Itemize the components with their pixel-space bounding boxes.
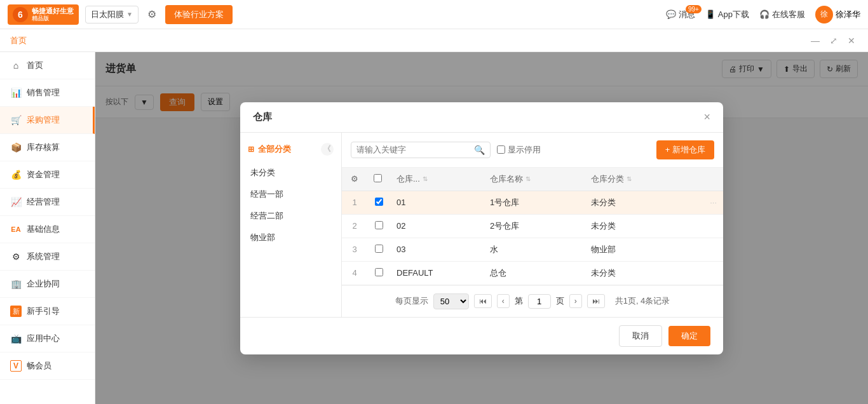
headset-icon: 🎧: [759, 10, 770, 19]
modal-close-button[interactable]: ×: [703, 111, 710, 123]
header-right: 💬 消息 99+ 📱 App下载 🎧 在线客服 徐 徐泽华: [666, 6, 860, 24]
row-number: 1: [342, 191, 367, 214]
name-sort[interactable]: 仓库名称 ⇅: [490, 173, 578, 185]
cancel-button[interactable]: 取消: [619, 325, 662, 347]
sidebar-item-basic[interactable]: EA 基础信息: [0, 216, 95, 243]
sidebar-item-operations[interactable]: 📈 经营管理: [0, 189, 95, 216]
sidebar-item-inventory[interactable]: 📦 库存核算: [0, 134, 95, 161]
page-label: 第: [515, 295, 523, 307]
online-service-item[interactable]: 🎧 在线客服: [759, 9, 805, 20]
th-checkbox[interactable]: [367, 168, 390, 191]
prev-page-button[interactable]: ‹: [497, 294, 510, 308]
user-avatar-area[interactable]: 徐 徐泽华: [815, 6, 860, 24]
add-warehouse-button[interactable]: + 新增仓库: [656, 140, 714, 159]
table-row[interactable]: 3 03 水 物业部: [342, 238, 723, 261]
sidebar-item-system[interactable]: ⚙ 系统管理: [0, 243, 95, 271]
content-area: 进货单 🖨 打印 ▼ ⬆ 导出 ↻ 刷新 按以下 ▼: [95, 52, 868, 404]
maximize-button[interactable]: ⤢: [827, 34, 840, 47]
show-disabled-label[interactable]: 显示停用: [497, 144, 541, 156]
select-all-checkbox[interactable]: [374, 174, 382, 182]
sidebar-item-apps[interactable]: 📺 应用中心: [0, 325, 95, 353]
data-panel: 🔍 显示停用 + 新增仓库: [342, 133, 723, 317]
try-industry-button[interactable]: 体验行业方案: [165, 5, 233, 24]
row-category: 未分类: [585, 191, 686, 214]
minimize-button[interactable]: —: [808, 34, 822, 47]
sidebar-label-member: 畅会员: [27, 360, 51, 372]
sidebar-item-enterprise[interactable]: 🏢 企业协同: [0, 271, 95, 298]
logo-text: 畅捷通好生意 精品版: [32, 7, 74, 22]
row-code: 01: [390, 191, 484, 214]
row-actions[interactable]: ···: [686, 191, 724, 214]
row-checkbox[interactable]: [375, 268, 383, 276]
modal-title: 仓库: [253, 111, 272, 123]
modal-footer: 取消 确定: [240, 317, 723, 354]
row-checkbox-cell[interactable]: [367, 191, 390, 214]
category-item-property[interactable]: 物业部: [240, 227, 341, 248]
per-page-label: 每页显示: [395, 295, 428, 307]
sidebar-item-purchase[interactable]: 🛒 采购管理: [0, 107, 95, 134]
sidebar-item-member[interactable]: V 畅会员: [0, 353, 95, 380]
code-col-label: 仓库...: [397, 173, 420, 185]
confirm-button[interactable]: 确定: [668, 326, 710, 346]
app-download-item[interactable]: 📱 App下载: [705, 9, 749, 20]
message-item[interactable]: 💬 消息 99+: [666, 9, 695, 20]
table-row[interactable]: 1 01 1号仓库 未分类 ···: [342, 191, 723, 214]
sidebar-item-home[interactable]: ⌂ 首页: [0, 52, 95, 79]
row-checkbox[interactable]: [375, 245, 383, 253]
th-name: 仓库名称 ⇅: [484, 168, 585, 191]
search-input[interactable]: [356, 145, 470, 154]
header-settings-icon[interactable]: ⚙: [145, 6, 159, 23]
show-disabled-checkbox[interactable]: [497, 145, 505, 154]
search-box[interactable]: 🔍: [351, 142, 491, 158]
sort-icon-code: ⇅: [423, 175, 428, 182]
row-checkbox[interactable]: [375, 198, 383, 206]
sidebar-label-purchase: 采购管理: [27, 114, 60, 126]
category-item-unclassified[interactable]: 未分类: [240, 162, 341, 184]
sidebar-item-sales[interactable]: 📊 销售管理: [0, 79, 95, 107]
modal-overlay[interactable]: 仓库 × ⊞ 全部分类 《: [95, 52, 868, 404]
collapse-panel-button[interactable]: 《: [321, 143, 334, 156]
row-category: 物业部: [585, 238, 686, 261]
table-row[interactable]: 4 DEFAULT 总仓 未分类: [342, 261, 723, 285]
th-category: 仓库分类 ⇅: [585, 168, 686, 191]
th-code: 仓库... ⇅: [390, 168, 484, 191]
enterprise-icon: 🏢: [10, 278, 22, 290]
warehouse-modal: 仓库 × ⊞ 全部分类 《: [240, 102, 723, 354]
sort-icon-name: ⇅: [526, 175, 531, 182]
category-item-ops2[interactable]: 经营二部: [240, 205, 341, 227]
store-select[interactable]: 日太阳膜 ▼: [85, 6, 139, 24]
row-number: 4: [342, 261, 367, 285]
breadcrumb-home[interactable]: 首页: [10, 35, 27, 46]
operations-icon: 📈: [10, 196, 22, 208]
close-window-button[interactable]: ✕: [845, 34, 858, 47]
row-checkbox-cell[interactable]: [367, 214, 390, 238]
category-sort[interactable]: 仓库分类 ⇅: [591, 173, 679, 185]
row-checkbox-cell[interactable]: [367, 238, 390, 261]
code-sort[interactable]: 仓库... ⇅: [397, 173, 477, 185]
logo-area[interactable]: 6 畅捷通好生意 精品版: [8, 4, 79, 25]
top-header: 6 畅捷通好生意 精品版 日太阳膜 ▼ ⚙ 体验行业方案 💬 消息 99+ 📱 …: [0, 0, 868, 29]
row-actions[interactable]: [686, 238, 724, 261]
sidebar-label-guide: 新手引导: [27, 306, 60, 317]
row-actions[interactable]: [686, 214, 724, 238]
sidebar-item-guide[interactable]: 新 新手引导: [0, 298, 95, 325]
page-number-input[interactable]: [528, 294, 551, 309]
per-page-select[interactable]: 50 100: [433, 293, 469, 309]
first-page-button[interactable]: ⏮: [474, 294, 492, 308]
search-icon[interactable]: 🔍: [474, 145, 485, 155]
category-item-ops1[interactable]: 经营一部: [240, 184, 341, 205]
table-row[interactable]: 2 02 2号仓库 未分类: [342, 214, 723, 238]
apps-icon: 📺: [10, 333, 22, 344]
store-name: 日太阳膜: [91, 9, 124, 20]
next-page-button[interactable]: ›: [569, 294, 582, 308]
last-page-button[interactable]: ⏭: [587, 294, 605, 308]
guide-icon: 新: [10, 306, 22, 317]
online-service-label: 在线客服: [772, 9, 805, 20]
all-categories-title[interactable]: ⊞ 全部分类: [248, 144, 291, 155]
sidebar-item-finance[interactable]: 💰 资金管理: [0, 161, 95, 189]
row-checkbox-cell[interactable]: [367, 261, 390, 285]
row-actions[interactable]: [686, 261, 724, 285]
th-settings[interactable]: ⚙: [342, 168, 367, 191]
category-panel: ⊞ 全部分类 《 未分类 经营一部 经营二部 物业部: [240, 133, 342, 317]
row-checkbox[interactable]: [375, 221, 383, 229]
